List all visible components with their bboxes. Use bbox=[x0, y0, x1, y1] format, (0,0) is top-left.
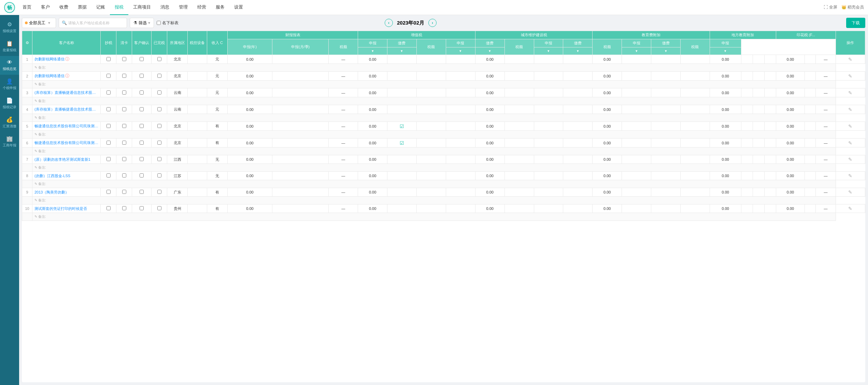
th-stamp-filter[interactable]: ▾ bbox=[710, 47, 741, 55]
client-name[interactable]: (勿删）江西股金-LSS bbox=[32, 172, 101, 180]
th-city-filter2[interactable]: ▾ bbox=[475, 47, 504, 55]
checkbox-cell[interactable] bbox=[152, 139, 167, 147]
nav-home[interactable]: 首页 bbox=[18, 0, 36, 15]
th-vat-filter[interactable]: ▾ bbox=[358, 47, 387, 55]
checkbox-cell[interactable] bbox=[132, 72, 152, 81]
checkbox-cell[interactable] bbox=[101, 55, 116, 64]
edit-cell[interactable]: ✎ bbox=[836, 88, 865, 97]
checkbox-cell[interactable] bbox=[152, 188, 167, 197]
checkbox-cell[interactable] bbox=[116, 88, 132, 97]
named-list-input[interactable] bbox=[157, 21, 161, 25]
sub-nav-tax-record[interactable]: 📄 报税记录 bbox=[0, 94, 19, 113]
checkbox-cell[interactable] bbox=[116, 155, 132, 164]
filter-button[interactable]: ⚗ 筛选 ▾ bbox=[130, 18, 154, 28]
checkbox-cell[interactable] bbox=[132, 88, 152, 97]
checkbox-cell[interactable] bbox=[101, 122, 116, 131]
client-name[interactable]: 畅捷通信息技术股份有限公司民珠测试ⓘ bbox=[32, 139, 101, 147]
checkbox-cell[interactable] bbox=[132, 172, 152, 180]
edit-cell[interactable]: ✎ bbox=[836, 172, 865, 180]
sub-nav-tax-settings[interactable]: ⚙ 报税设置 bbox=[0, 18, 19, 37]
checkbox-cell[interactable] bbox=[116, 204, 132, 213]
nav-charge[interactable]: 收费 bbox=[55, 0, 73, 15]
edit-icon[interactable]: ✎ bbox=[848, 90, 852, 96]
nav-manage[interactable]: 管理 bbox=[174, 0, 193, 15]
nav-message[interactable]: 消息 bbox=[156, 0, 174, 15]
vip-btn[interactable]: 👑 稻壳会员 bbox=[841, 4, 864, 10]
named-list-checkbox[interactable]: 名下标表 bbox=[157, 20, 179, 26]
edit-icon[interactable]: ✎ bbox=[848, 124, 852, 129]
sub-nav-annual-report[interactable]: 🏢 工商年报 bbox=[0, 132, 19, 151]
edit-cell[interactable]: ✎ bbox=[836, 122, 865, 131]
checkbox-cell[interactable] bbox=[101, 204, 116, 213]
next-month-button[interactable]: › bbox=[428, 19, 437, 27]
edit-icon[interactable]: ✎ bbox=[848, 140, 852, 146]
nav-business[interactable]: 工商项目 bbox=[128, 0, 156, 15]
checkbox-cell[interactable] bbox=[116, 139, 132, 147]
th-edu-filter[interactable]: ▾ bbox=[534, 47, 563, 55]
edit-icon[interactable]: ✎ bbox=[848, 107, 852, 112]
edit-cell[interactable]: ✎ bbox=[836, 139, 865, 147]
edit-cell[interactable]: ✎ bbox=[836, 204, 865, 213]
edit-cell[interactable]: ✎ bbox=[836, 105, 865, 114]
checkbox-cell[interactable] bbox=[132, 122, 152, 131]
checkbox-cell[interactable] bbox=[116, 172, 132, 180]
checkbox-cell[interactable] bbox=[152, 105, 167, 114]
checkbox-cell[interactable] bbox=[101, 72, 116, 81]
sub-nav-batch-tax[interactable]: 📋 批量报税 bbox=[0, 37, 19, 56]
checkbox-cell[interactable] bbox=[116, 72, 132, 81]
nav-settings[interactable]: 设置 bbox=[229, 0, 248, 15]
th-edu-filter2[interactable]: ▾ bbox=[563, 47, 593, 55]
edit-icon[interactable]: ✎ bbox=[848, 173, 852, 179]
client-name[interactable]: 畅捷通信息技术股份有限公司民珠测试ⓘ bbox=[32, 122, 101, 131]
checkbox-cell[interactable] bbox=[101, 155, 116, 164]
checkbox-cell[interactable] bbox=[116, 188, 132, 197]
checkbox-cell[interactable] bbox=[101, 105, 116, 114]
edit-cell[interactable]: ✎ bbox=[836, 155, 865, 164]
edit-icon[interactable]: ✎ bbox=[848, 57, 852, 62]
checkbox-cell[interactable] bbox=[116, 55, 132, 64]
th-city-filter[interactable]: ▾ bbox=[446, 47, 475, 55]
checkbox-cell[interactable] bbox=[116, 105, 132, 114]
edit-cell[interactable]: ✎ bbox=[836, 55, 865, 64]
client-name[interactable]: 测试斯套的凭证打印的时候是否 bbox=[32, 204, 101, 213]
edit-icon[interactable]: ✎ bbox=[848, 206, 852, 211]
fullscreen-btn[interactable]: ⛶ 全屏 bbox=[824, 4, 837, 10]
checkbox-cell[interactable] bbox=[152, 72, 167, 81]
nav-finance[interactable]: 经营 bbox=[193, 0, 211, 15]
checkbox-cell[interactable] bbox=[101, 188, 116, 197]
nav-customer[interactable]: 客户 bbox=[36, 0, 55, 15]
checkbox-cell[interactable] bbox=[101, 88, 116, 97]
th-local-filter[interactable]: ▾ bbox=[622, 47, 651, 55]
checkbox-cell[interactable] bbox=[101, 139, 116, 147]
checkbox-cell[interactable] bbox=[132, 105, 152, 114]
checkbox-cell[interactable] bbox=[101, 172, 116, 180]
checkbox-cell[interactable] bbox=[152, 88, 167, 97]
client-name[interactable]: 勿删新锐网络通信ⓘ bbox=[32, 72, 101, 81]
prev-month-button[interactable]: ‹ bbox=[385, 19, 393, 27]
search-box[interactable]: 🔍 请输入客户地址或成名称 bbox=[59, 18, 127, 28]
checkbox-cell[interactable] bbox=[132, 188, 152, 197]
checkbox-cell[interactable] bbox=[152, 204, 167, 213]
checkbox-cell[interactable] bbox=[116, 122, 132, 131]
edit-cell[interactable]: ✎ bbox=[836, 188, 865, 197]
edit-icon[interactable]: ✎ bbox=[848, 189, 852, 195]
client-name[interactable]: 勿删新锐网络通信ⓘ bbox=[32, 55, 101, 64]
th-vat-filter2[interactable]: ▾ bbox=[387, 47, 417, 55]
edit-cell[interactable]: ✎ bbox=[836, 72, 865, 81]
nav-tax[interactable]: 报税 bbox=[110, 0, 128, 15]
checkbox-cell[interactable] bbox=[132, 139, 152, 147]
edit-icon[interactable]: ✎ bbox=[848, 73, 852, 79]
nav-accounting[interactable]: 记账 bbox=[91, 0, 110, 15]
client-name[interactable]: 2013（陶美劳勿删） bbox=[32, 188, 101, 197]
checkbox-cell[interactable] bbox=[152, 155, 167, 164]
edit-icon[interactable]: ✎ bbox=[848, 157, 852, 162]
client-name[interactable]: (原）误删勿改李艳牙测试斯套新1 bbox=[32, 155, 101, 164]
checkbox-cell[interactable] bbox=[132, 55, 152, 64]
main-table-container[interactable]: ⚙ 客户名称 抄税 清卡 客户确认 已完税 所属地区 税控设备 收入 C 财报报… bbox=[22, 31, 865, 382]
nav-service[interactable]: 服务 bbox=[211, 0, 229, 15]
sub-nav-tax-overview[interactable]: 👁 报税总览 bbox=[0, 56, 19, 75]
nav-invoice[interactable]: 票据 bbox=[73, 0, 91, 15]
client-name[interactable]: (库存核算）直播畅捷通信息技术股份有限...ⓘ bbox=[32, 88, 101, 97]
sub-nav-settlement[interactable]: 💰 汇算清缴 bbox=[0, 113, 19, 132]
checkbox-cell[interactable] bbox=[132, 204, 152, 213]
